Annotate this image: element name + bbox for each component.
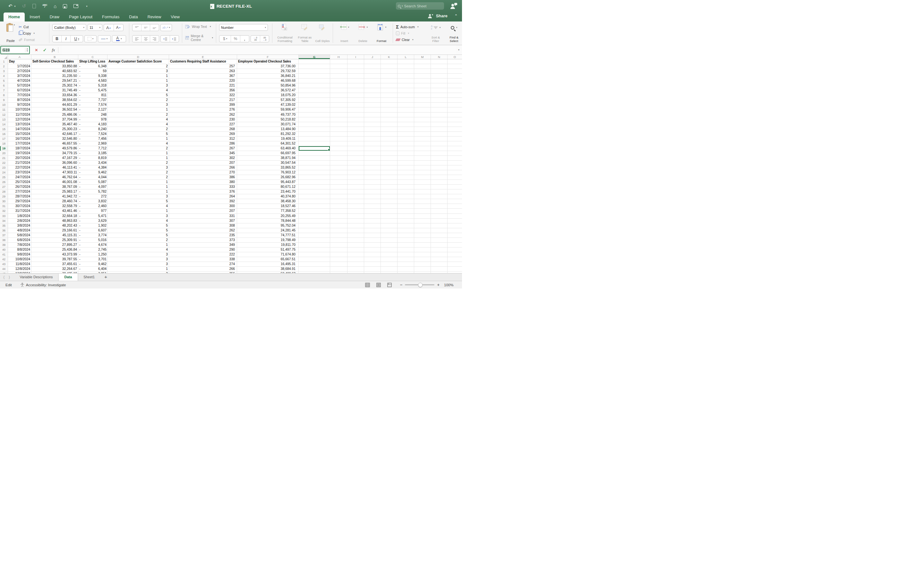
cell-I26[interactable] [347,180,364,185]
cell-H29[interactable] [330,194,347,199]
cell-C27[interactable]: -4,097 [78,185,107,189]
cell-H36[interactable] [330,228,347,233]
cell-J1[interactable] [364,59,381,64]
cell-E22[interactable]: 207 [169,161,237,165]
cell-I42[interactable] [347,257,364,262]
cell-B28[interactable]: 25,983.17 [31,189,78,194]
cell-B12[interactable]: 25,486.06 [31,113,78,117]
cell-J7[interactable] [364,88,381,93]
cell-M41[interactable] [414,252,431,257]
cell-N21[interactable] [431,156,447,161]
cell-F22[interactable]: 30,547.54 [237,161,299,165]
cell-K33[interactable] [381,214,397,219]
cell-K23[interactable] [381,165,397,170]
cell-H4[interactable] [330,74,347,79]
cell-M23[interactable] [414,165,431,170]
cell-J28[interactable] [364,189,381,194]
cell-A5[interactable]: 4/7/2024 [8,79,31,83]
cell-N22[interactable] [431,161,447,165]
cell-M20[interactable] [414,151,431,156]
row-header-10[interactable]: 10 [0,103,8,107]
cell-K3[interactable] [381,69,397,74]
cell-K44[interactable] [381,267,397,271]
cell-E10[interactable]: 399 [169,103,237,107]
cell-N16[interactable] [431,132,447,137]
cell-K15[interactable] [381,127,397,132]
tab-home[interactable]: Home [3,13,25,21]
cell-N27[interactable] [431,185,447,189]
cell-D32[interactable]: 1 [107,209,169,213]
cell-K2[interactable] [381,64,397,69]
cell-F44[interactable]: 38,684.91 [237,267,299,271]
cell-L29[interactable] [397,194,414,199]
cell-B38[interactable]: 25,309.91 [31,238,78,243]
cell-E18[interactable]: 286 [169,141,237,146]
cell-O39[interactable] [447,243,462,247]
cell-N31[interactable] [431,204,447,209]
row-header-18[interactable]: 18 [0,141,8,146]
align-right-icon[interactable] [150,35,159,42]
cell-C37[interactable]: -3,774 [78,233,107,238]
cell-D9[interactable]: 2 [107,98,169,103]
cell-O42[interactable] [447,257,462,262]
cell-H23[interactable] [330,165,347,170]
cell-H12[interactable] [330,113,347,117]
cell-O31[interactable] [447,204,462,209]
row-header-20[interactable]: 20 [0,151,8,156]
cell-K8[interactable] [381,93,397,98]
cell-H35[interactable] [330,223,347,228]
cell-C32[interactable]: -977 [78,209,107,213]
cell-M9[interactable] [414,98,431,103]
cell-N28[interactable] [431,189,447,194]
cell-N44[interactable] [431,267,447,271]
cell-K12[interactable] [381,113,397,117]
row-header-8[interactable]: 8 [0,93,8,98]
cell-J12[interactable] [364,113,381,117]
cell-C16[interactable]: -7,524 [78,132,107,137]
cell-I9[interactable] [347,98,364,103]
borders-button[interactable]: ▾ [85,35,96,42]
sheet-tab-sheet1[interactable]: Sheet1 [78,274,100,281]
row-header-7[interactable]: 7 [0,88,8,93]
row-header-13[interactable]: 13 [0,117,8,122]
cell-B16[interactable]: 42,646.17 [31,132,78,137]
cell-B31[interactable]: 32,558.79 [31,204,78,209]
cell-B20[interactable]: 34,779.15 [31,151,78,156]
cell-H1[interactable] [330,59,347,64]
cell-I27[interactable] [347,185,364,189]
cell-M16[interactable] [414,132,431,137]
column-header-D[interactable]: D [107,55,169,59]
cell-H18[interactable] [330,141,347,146]
bold-button[interactable]: B [53,35,61,42]
cell-I5[interactable] [347,79,364,83]
font-name-select[interactable]: Calibri (Body)▾ [52,24,86,31]
cell-E2[interactable]: 257 [169,64,237,69]
cell-G27[interactable] [299,185,330,189]
cell-F12[interactable]: 49,737.70 [237,113,299,117]
cell-J32[interactable] [364,209,381,213]
autosum-button[interactable]: Σ Auto-sum▾ [396,24,423,30]
cell-J25[interactable] [364,175,381,180]
cell-G4[interactable] [299,74,330,79]
cell-J43[interactable] [364,262,381,267]
cell-H28[interactable] [330,189,347,194]
cell-K1[interactable] [381,59,397,64]
text-orientation-button[interactable]: ab↗▾ [161,24,172,31]
increase-decimal-button[interactable]: ←.0.00 [251,35,260,42]
cell-O6[interactable] [447,83,462,88]
cell-M11[interactable] [414,107,431,112]
search-input[interactable] [404,4,439,8]
cell-N43[interactable] [431,262,447,267]
cell-G35[interactable] [299,223,330,228]
cell-J27[interactable] [364,185,381,189]
cell-I31[interactable] [347,204,364,209]
cell-O9[interactable] [447,98,462,103]
cell-F9[interactable]: 57,305.92 [237,98,299,103]
cell-B5[interactable]: 29,547.21 [31,79,78,83]
cell-C23[interactable]: -4,384 [78,165,107,170]
cell-A9[interactable]: 8/7/2024 [8,98,31,103]
cell-D38[interactable]: 2 [107,238,169,243]
cell-B2[interactable]: 33,850.88 [31,64,78,69]
column-header-G[interactable]: G [299,55,330,59]
cell-F35[interactable]: 95,752.04 [237,223,299,228]
